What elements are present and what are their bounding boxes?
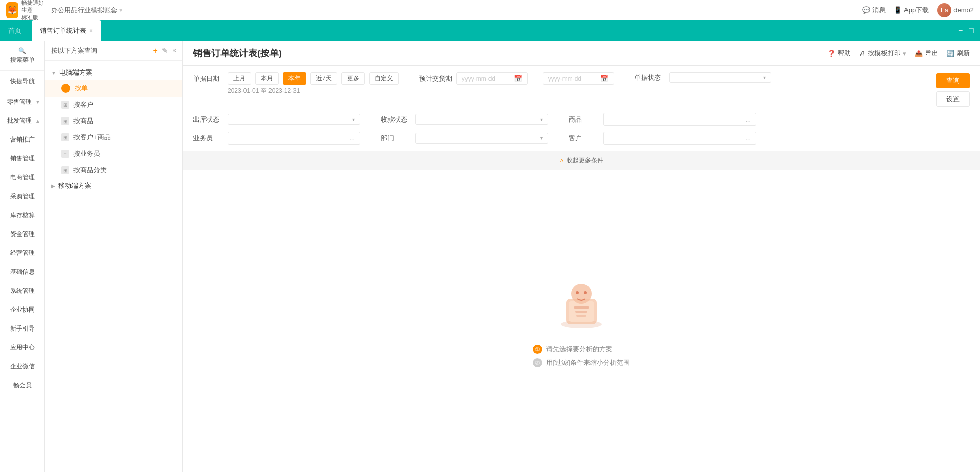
content-area: 按以下方案查询 + ✎ « ▼ 电脑端方案 按单	[45, 41, 980, 472]
sidebar-item-ecommerce[interactable]: 电商管理	[0, 168, 44, 187]
refresh-button[interactable]: 🔄 刷新	[946, 49, 970, 58]
sidebar-quicknav[interactable]: 快捷导航	[0, 71, 44, 92]
scheme-item-salesperson[interactable]: ≡ 按业务员	[45, 146, 182, 162]
edit-scheme-icon[interactable]: ✎	[162, 46, 168, 55]
sidebar-item-wechat[interactable]: 企业微信	[0, 357, 44, 376]
tab-active[interactable]: 销售订单统计表 ×	[32, 20, 101, 41]
chevron-down-icon: ▾	[903, 50, 906, 57]
status-label: 单据状态	[634, 73, 665, 82]
customer-input[interactable]: ...	[603, 132, 756, 145]
payment-select[interactable]: ▾	[415, 114, 548, 125]
sidebar-item-member[interactable]: 畅会员	[0, 376, 44, 395]
sidebar: 🔍 搜索菜单 快捷导航 零售管理 ▼ 批发管理 ▲ 营销推广 销售管理 电商管理…	[0, 41, 45, 472]
app-download-button[interactable]: 📱 App下载	[894, 6, 929, 15]
print-button[interactable]: 🖨 按模板打印 ▾	[859, 49, 906, 58]
sidebar-item-sales[interactable]: 销售管理	[0, 149, 44, 168]
sidebar-item-collab[interactable]: 企业协同	[0, 300, 44, 319]
svg-rect-7	[575, 311, 587, 313]
sidebar-item-system[interactable]: 系统管理	[0, 281, 44, 300]
add-scheme-icon[interactable]: +	[153, 46, 157, 55]
customer-dots-icon[interactable]: ...	[745, 134, 751, 142]
logo-text: 畅捷通好生意 标准版	[21, 0, 47, 21]
download-icon: 📱	[894, 6, 902, 14]
page-actions: ❓ 帮助 🖨 按模板打印 ▾ 📤 导出 🔄	[827, 49, 970, 58]
goods-input[interactable]: ...	[603, 113, 756, 126]
chevron-down-icon: ▾	[352, 116, 355, 122]
goods-filter-label: 商品	[569, 115, 599, 124]
date-btn-custom[interactable]: 自定义	[369, 72, 399, 85]
delivery-select[interactable]: ▾	[228, 114, 360, 125]
department-label: 部门	[381, 134, 411, 143]
scheme-goods-icon: ⊞	[61, 117, 69, 125]
user-menu[interactable]: Ea demo2	[937, 3, 974, 17]
scheme-item-goods[interactable]: ⊞ 按商品	[45, 113, 182, 129]
date-btn-7days[interactable]: 近7天	[310, 72, 337, 85]
main-panel: 销售订单统计表(按单) ❓ 帮助 🖨 按模板打印 ▾ 📤	[183, 41, 980, 472]
sidebar-item-marketing[interactable]: 营销推广	[0, 130, 44, 149]
date-btn-thismonth[interactable]: 本月	[255, 72, 279, 85]
scheme-item-order[interactable]: 按单	[45, 80, 182, 97]
pc-scheme-group[interactable]: ▼ 电脑端方案	[45, 65, 182, 80]
tip-item-1: ① 请先选择要分析的方案	[533, 343, 629, 356]
query-button[interactable]: 查询	[936, 73, 970, 88]
svg-point-5	[584, 291, 587, 294]
maximize-icon[interactable]: □	[969, 26, 974, 35]
minimize-icon[interactable]: −	[958, 26, 963, 35]
salesperson-label: 业务员	[193, 134, 224, 143]
scheme-item-category[interactable]: ⊞ 按商品分类	[45, 162, 182, 178]
date-btn-more[interactable]: 更多	[341, 72, 365, 85]
scheme-item-customer-goods[interactable]: ⊞ 按客户+商品	[45, 129, 182, 146]
tab-home[interactable]: 首页	[0, 20, 30, 41]
sidebar-item-wholesale[interactable]: 批发管理 ▲	[0, 111, 44, 130]
sidebar-search[interactable]: 🔍 搜索菜单	[0, 41, 44, 71]
chevron-down-icon: ▾	[763, 75, 766, 80]
date-btn-thisyear[interactable]: 本年	[283, 72, 306, 85]
chevron-up-icon: ▲	[35, 118, 40, 124]
expected-date-start-input[interactable]: yyyy-mm-dd 📅	[456, 72, 528, 85]
scheme-panel-header: 按以下方案查询 + ✎ «	[45, 41, 182, 61]
date-btn-lastmonth[interactable]: 上月	[228, 72, 251, 85]
collapse-bar[interactable]: ∧ 收起更多条件	[183, 151, 980, 170]
sidebar-item-operations[interactable]: 经营管理	[0, 244, 44, 263]
sidebar-item-basics[interactable]: 基础信息	[0, 263, 44, 281]
sidebar-item-purchase[interactable]: 采购管理	[0, 187, 44, 206]
query-button-group: 查询 设置	[932, 72, 970, 107]
collapse-icon: ∧	[559, 157, 565, 164]
sidebar-item-retail[interactable]: 零售管理 ▼	[0, 92, 44, 111]
goods-dots-icon[interactable]: ...	[745, 115, 751, 123]
scheme-customer-icon: ⊞	[61, 101, 69, 109]
print-icon: 🖨	[859, 50, 866, 57]
department-select[interactable]: ▾	[415, 133, 548, 144]
svg-rect-6	[574, 306, 589, 309]
tip-num-1: ①	[533, 345, 542, 354]
top-right-actions: 💬 消息 📱 App下载 Ea demo2	[862, 3, 974, 17]
sidebar-item-inventory[interactable]: 库存核算	[0, 206, 44, 225]
tab-close-icon[interactable]: ×	[89, 27, 93, 34]
chevron-down-icon: ▾	[119, 6, 123, 14]
help-button[interactable]: ❓ 帮助	[827, 49, 851, 58]
sidebar-item-newuser[interactable]: 新手引导	[0, 319, 44, 338]
date-filter-group: 上月 本月 本年 近7天 更多 自定义	[228, 72, 399, 85]
sidebar-item-appcenter[interactable]: 应用中心	[0, 338, 44, 357]
sidebar-item-finance[interactable]: 资金管理	[0, 225, 44, 244]
settings-button[interactable]: 设置	[936, 91, 970, 107]
expected-date-label: 预计交货期	[419, 74, 452, 83]
tip-num-2: ②	[533, 358, 542, 367]
export-button[interactable]: 📤 导出	[915, 49, 938, 58]
page-title-row: 销售订单统计表(按单) ❓ 帮助 🖨 按模板打印 ▾ 📤	[193, 47, 970, 59]
breadcrumb[interactable]: 办公用品行业模拟账套 ▾	[51, 6, 858, 15]
empty-state: ① 请先选择要分析的方案 ② 用[过滤]条件来缩小分析范围	[183, 170, 980, 472]
chevron-down-icon: ▼	[51, 70, 56, 76]
salesperson-input[interactable]: ...	[228, 132, 360, 145]
expected-date-end-input[interactable]: yyyy-mm-dd 📅	[543, 72, 614, 85]
message-button[interactable]: 💬 消息	[862, 6, 886, 15]
mobile-scheme-group[interactable]: ▶ 移动端方案	[45, 178, 182, 194]
status-select[interactable]: ▾	[669, 72, 771, 83]
chevron-right-icon: ▶	[51, 183, 55, 189]
scheme-category-icon: ⊞	[61, 166, 69, 174]
delivery-label: 出库状态	[193, 115, 224, 124]
page-header: 销售订单统计表(按单) ❓ 帮助 🖨 按模板打印 ▾ 📤	[183, 41, 980, 66]
scheme-item-customer[interactable]: ⊞ 按客户	[45, 97, 182, 113]
collapse-scheme-icon[interactable]: «	[173, 46, 176, 55]
salesperson-dots-icon[interactable]: ...	[349, 134, 355, 142]
